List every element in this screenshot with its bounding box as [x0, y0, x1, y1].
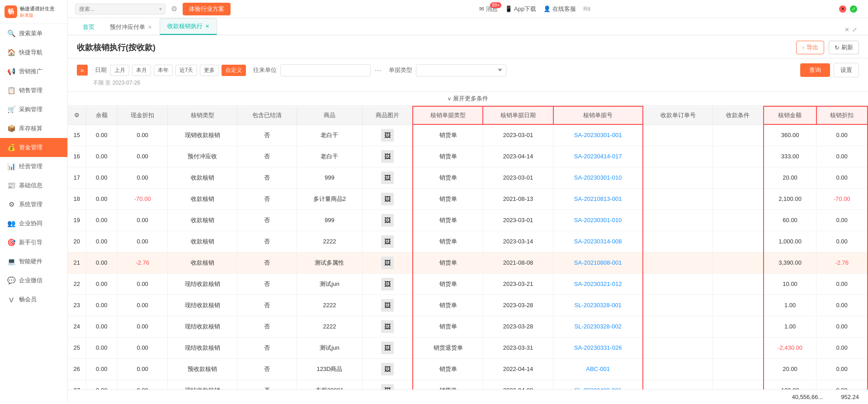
message-btn[interactable]: ✉ 消息 99+ [479, 5, 498, 13]
cell-receipt-order-no [643, 252, 712, 273]
tab-window-controls: ✕ ⤢ [841, 24, 861, 35]
filter-collapse-btn[interactable]: » [77, 65, 88, 76]
sidebar-item-purchase[interactable]: 🛒 采购管理 [0, 100, 67, 119]
cell-verify-type: 收款核销 [168, 209, 237, 231]
th-verify-bill-type: 核销单据类型 [413, 106, 483, 124]
cell-balance: 0.00 [86, 209, 117, 231]
sidebar-item-guide[interactable]: 🎯 新手引导 [0, 233, 67, 252]
sales-icon: 📋 [7, 86, 15, 95]
search-icon: 🔍 [7, 29, 15, 38]
verify-bill-no-link[interactable]: SA-20230301-001 [574, 132, 622, 138]
cell-verify-bill-no: SA-20230414-017 [553, 146, 643, 167]
sidebar-item-marketing[interactable]: 📢 营销推广 [0, 62, 67, 81]
sidebar-item-hardware[interactable]: 💻 智能硬件 [0, 252, 67, 271]
cell-verify-amount: 2,100.00 [764, 188, 816, 209]
cell-goods-img: 🖼 [362, 252, 413, 273]
app-download-btn[interactable]: 📱 App下载 [505, 5, 536, 13]
page-actions: ↑ 导出 ↻ 刷新 [796, 41, 859, 54]
verify-bill-no-link[interactable]: SA-20230314-008 [574, 238, 622, 245]
tab-prepayment-close-icon[interactable]: ✕ [148, 24, 152, 30]
tab-expand-icon[interactable]: ⤢ [852, 26, 857, 33]
verify-bill-no-link[interactable]: SL-20230328-001 [575, 302, 622, 309]
sidebar-item-collab[interactable]: 👥 企业协同 [0, 214, 67, 233]
verify-bill-no-link[interactable]: SA-20230331-026 [574, 344, 622, 351]
date-btn-custom[interactable]: 自定义 [222, 65, 246, 76]
cell-receipt-order-no [643, 337, 712, 358]
cell-included-settled: 否 [237, 358, 297, 380]
cell-receipt-condition [713, 124, 764, 146]
verify-bill-no-link[interactable]: SA-20210808-001 [574, 259, 622, 266]
receipt-type-select[interactable] [416, 64, 506, 76]
tab-verify[interactable]: 收款核销执行 ✕ [160, 18, 217, 35]
sidebar-item-search[interactable]: 🔍 搜索菜单 [0, 24, 67, 43]
search-input[interactable] [75, 4, 165, 14]
verify-bill-no-link[interactable]: SA-20230301-010 [574, 174, 622, 181]
export-button[interactable]: ↑ 导出 [796, 41, 825, 54]
cell-verify-bill-type: 销货单 [413, 273, 483, 295]
sidebar-item-label: 营销推广 [19, 67, 42, 76]
cell-verify-bill-type: 销货单 [413, 188, 483, 209]
online-service-btn[interactable]: 👤 在线客服 [543, 5, 576, 13]
cell-receipt-condition [713, 188, 764, 209]
date-btn-this-year[interactable]: 本年 [154, 65, 173, 76]
cell-verify-bill-type: 销货单 [413, 146, 483, 167]
date-btn-7days[interactable]: 近7天 [175, 65, 198, 76]
cell-verify-bill-date: 2021-08-13 [483, 188, 553, 209]
sidebar-item-nav[interactable]: 🏠 快捷导航 [0, 43, 67, 62]
verify-bill-no-link[interactable]: SA-20230301-010 [574, 217, 622, 223]
th-gear[interactable]: ⚙ [68, 106, 86, 124]
sidebar-item-operations[interactable]: 📊 经营管理 [0, 157, 67, 176]
filter-bar: » 日期 上月 本月 本年 近7天 更多 自定义 往来单位 ··· [68, 58, 868, 92]
cell-included-settled: 否 [237, 252, 297, 273]
tab-close-icon[interactable]: ✕ [844, 26, 849, 33]
cell-goods-img: 🖼 [362, 188, 413, 209]
member-icon: V [7, 296, 15, 304]
tab-prepayment[interactable]: 预付冲应付单 ✕ [102, 19, 160, 35]
cell-verify-discount: 0.00 [816, 167, 868, 188]
filter-settings-button[interactable]: 设置 [834, 63, 859, 77]
app-logo: 畅 畅捷通谱好生意 标准版 [0, 0, 67, 24]
cell-verify-bill-no: SA-20210813-001 [553, 188, 643, 209]
sidebar-item-sales[interactable]: 📋 销售管理 [0, 81, 67, 100]
sidebar-item-member[interactable]: V 畅会员 [0, 290, 67, 309]
verify-bill-no-link[interactable]: SA-20230414-017 [574, 153, 622, 160]
cell-goods: 2222 [297, 316, 362, 337]
cell-goods: 999 [297, 209, 362, 231]
sidebar-item-inventory[interactable]: 📦 库存核算 [0, 119, 67, 138]
counterpart-input[interactable] [280, 64, 371, 76]
cell-verify-bill-date: 2022-04-14 [483, 358, 553, 380]
tab-verify-close-icon[interactable]: ✕ [205, 24, 209, 29]
verify-bill-no-link[interactable]: SA-20210813-001 [574, 195, 622, 202]
date-btn-more[interactable]: 更多 [200, 65, 219, 76]
sidebar-item-finance[interactable]: 💰 资金管理 [0, 138, 67, 157]
cell-verify-bill-type: 销货单 [413, 316, 483, 337]
expand-chevron-icon: ∨ [448, 96, 451, 102]
sidebar-item-system[interactable]: ⚙ 系统管理 [0, 195, 67, 214]
query-button[interactable]: 查询 [800, 63, 830, 77]
refresh-label: 刷新 [841, 43, 853, 52]
date-btn-this-month[interactable]: 本月 [132, 65, 151, 76]
sidebar-item-weixin[interactable]: 💬 企业微信 [0, 271, 67, 290]
search-wrap: ▾ [75, 4, 165, 14]
verify-bill-no-link[interactable]: SA-20230321-012 [574, 280, 622, 287]
verify-bill-no-link[interactable]: ABC-001 [586, 366, 610, 372]
cell-id: 16 [68, 146, 86, 167]
cell-goods-img: 🖼 [362, 380, 413, 390]
window-close-button[interactable]: ✕ [839, 5, 846, 13]
th-verify-discount: 核销折扣 [816, 106, 868, 124]
sidebar-item-basic[interactable]: 📰 基础信息 [0, 176, 67, 195]
verify-bill-no-link[interactable]: SL-20230328-002 [575, 323, 622, 330]
settings-icon[interactable]: ⚙ [171, 5, 177, 13]
tab-home[interactable]: 首页 [75, 19, 102, 35]
expand-conditions-btn[interactable]: ∨ 展开更多条件 [448, 95, 488, 103]
page-title: 收款核销执行(按收款) [77, 42, 156, 53]
cell-receipt-order-no [643, 380, 712, 390]
refresh-button[interactable]: ↻ 刷新 [829, 41, 859, 54]
window-maximize-button[interactable]: ⤢ [850, 5, 857, 13]
cell-included-settled: 否 [237, 295, 297, 316]
solution-button[interactable]: 体验行业方案 [183, 3, 231, 15]
date-btn-last-month[interactable]: 上月 [110, 65, 129, 76]
filter-dots[interactable]: ··· [374, 66, 381, 75]
cell-goods: 999 [297, 167, 362, 188]
sidebar-item-label: 畅会员 [19, 295, 37, 304]
